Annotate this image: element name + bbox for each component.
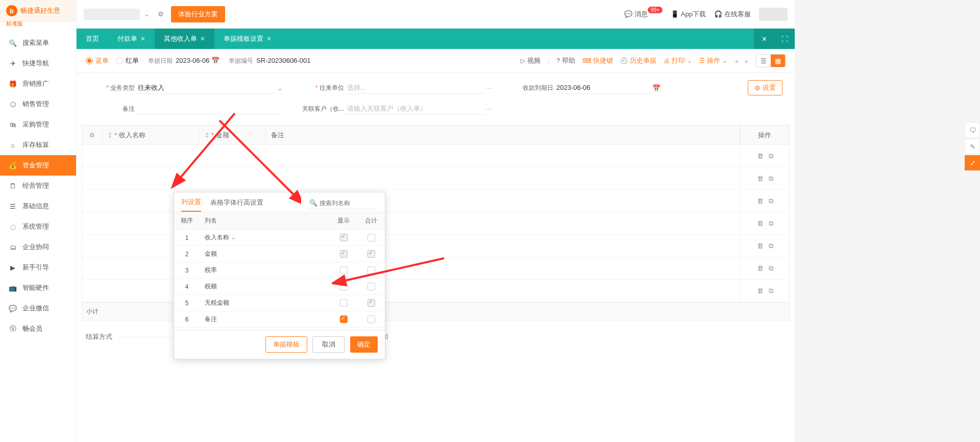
show-checkbox[interactable] [340, 299, 348, 307]
more-icon[interactable]: ⋯ [485, 105, 492, 113]
prev-doc-icon[interactable]: ◂ [734, 57, 738, 65]
nav-icon: 🎁 [8, 80, 17, 88]
view-card-icon[interactable]: ▦ [771, 55, 785, 67]
table-row[interactable]: 🗑⧉ [82, 145, 789, 167]
operate-button[interactable]: ☰ 操作 ⌄ [699, 56, 727, 65]
sum-checkbox[interactable] [368, 299, 375, 307]
sidebar-item[interactable]: 💬企业微信 [0, 298, 76, 318]
nav-icon: ▶ [8, 264, 17, 272]
tab[interactable]: 其他收入单✕ [155, 29, 214, 49]
tab[interactable]: 单据模板设置✕ [214, 29, 281, 49]
copy-icon[interactable]: ⧉ [769, 175, 773, 183]
sidebar-item[interactable]: ⌂库存核算 [0, 135, 76, 155]
copy-icon[interactable]: ⧉ [769, 219, 773, 228]
sidebar-item[interactable]: ▶新手引导 [0, 257, 76, 278]
popup-tab-font[interactable]: 表格字体行高设置 [210, 198, 263, 211]
history-button[interactable]: 🕘 历史单据 [620, 56, 656, 65]
tab-close-all[interactable]: ✕ [754, 29, 774, 49]
sidebar-item[interactable]: 🎁营销推广 [0, 73, 76, 94]
tab[interactable]: 首页 [77, 29, 108, 49]
calendar-icon[interactable]: 📅 [652, 84, 660, 92]
close-icon[interactable]: ✕ [140, 35, 145, 42]
due-input[interactable] [553, 82, 652, 94]
ok-button[interactable]: 确定 [350, 336, 378, 353]
user-avatar[interactable] [759, 8, 788, 21]
delete-icon[interactable]: 🗑 [757, 264, 764, 272]
message-button[interactable]: 💬 消息 99+ [624, 10, 663, 19]
sidebar-item[interactable]: ◌系统管理 [0, 216, 76, 237]
cancel-button[interactable]: 取消 [312, 336, 345, 353]
grid-gear-button[interactable]: ⚙ [82, 126, 103, 144]
col-income-name[interactable]: ▲▼收入名称 [103, 126, 200, 144]
sidebar-item[interactable]: ⬡销售管理 [0, 94, 76, 114]
sidebar-item[interactable]: Ⓥ畅会员 [0, 318, 76, 339]
sum-checkbox[interactable] [368, 266, 375, 274]
table-row[interactable]: 🗑⧉ [82, 167, 789, 190]
sum-checkbox[interactable] [368, 234, 375, 241]
sidebar-item-label: 企业协同 [22, 242, 49, 252]
tab[interactable]: 付款单✕ [108, 29, 155, 49]
settings-button[interactable]: ⚙ 设置 [748, 80, 782, 95]
copy-icon[interactable]: ⧉ [769, 197, 773, 205]
show-checkbox[interactable] [340, 315, 348, 323]
sidebar-item[interactable]: ☰基础信息 [0, 196, 76, 216]
delete-icon[interactable]: 🗑 [757, 219, 764, 227]
customer-service-button[interactable]: 🎧 在线客服 [714, 10, 751, 19]
calendar-icon[interactable]: 📅 [211, 57, 219, 64]
side-tool-notes-icon[interactable]: 🗨 [965, 122, 980, 138]
col-note[interactable]: 备注 [266, 126, 740, 144]
close-icon[interactable]: ✕ [266, 35, 272, 42]
delete-icon[interactable]: 🗑 [757, 175, 764, 182]
biz-type-input[interactable] [135, 82, 274, 94]
show-checkbox[interactable] [340, 266, 348, 274]
side-tool-expand-icon[interactable]: ⤢ [965, 155, 980, 170]
show-checkbox[interactable] [340, 234, 348, 241]
show-checkbox[interactable] [340, 250, 348, 258]
help-button[interactable]: ? 帮助 [556, 56, 575, 65]
copy-icon[interactable]: ⧉ [769, 242, 773, 250]
sidebar-item[interactable]: ✈快捷导航 [0, 53, 76, 73]
more-icon[interactable]: ⋯ [485, 84, 492, 92]
sum-checkbox[interactable] [368, 283, 375, 290]
next-doc-icon[interactable]: ▸ [745, 57, 749, 65]
col-amount[interactable]: ▲▼金额 [200, 126, 266, 144]
tab-expand[interactable]: ⛶ [774, 29, 795, 49]
view-list-icon[interactable]: ☰ [756, 55, 771, 67]
shortcut-button[interactable]: ⌨ 快捷键 [582, 56, 613, 65]
sum-checkbox[interactable] [368, 250, 375, 258]
sum-checkbox[interactable] [368, 315, 375, 323]
popup-search[interactable]: 🔍 [307, 198, 378, 209]
delete-icon[interactable]: 🗑 [757, 287, 764, 294]
sidebar-item[interactable]: 🛍采购管理 [0, 114, 76, 135]
radio-red[interactable]: 红单 [116, 56, 139, 65]
doc-date[interactable]: 2023-06-06 [176, 57, 210, 64]
gear-icon[interactable]: ⚙ [158, 10, 164, 18]
org-selector[interactable]: ⌄ [84, 9, 150, 20]
sidebar-item[interactable]: 🗒经营管理 [0, 176, 76, 196]
unit-input[interactable] [344, 82, 485, 94]
sidebar-item[interactable]: 🗂企业协同 [0, 237, 76, 257]
sidebar-item[interactable]: 💰资金管理 [0, 155, 76, 176]
popup-tab-columns[interactable]: 列设置 [181, 198, 201, 212]
popup-search-input[interactable] [320, 200, 376, 207]
note-input[interactable] [135, 103, 283, 115]
delete-icon[interactable]: 🗑 [757, 152, 764, 160]
delete-icon[interactable]: 🗑 [757, 242, 764, 250]
sidebar-item[interactable]: 🔍搜索菜单 [0, 33, 76, 53]
radio-blue[interactable]: 蓝单 [86, 56, 109, 65]
copy-icon[interactable]: ⧉ [769, 287, 773, 295]
trial-button[interactable]: 体验行业方案 [171, 6, 225, 22]
print-button[interactable]: 🖨 打印 ⌄ [664, 56, 692, 65]
template-button[interactable]: 单据模板 [265, 336, 307, 353]
show-checkbox[interactable] [340, 283, 348, 290]
side-tool-edit-icon[interactable]: ✎ [965, 139, 980, 154]
app-download-button[interactable]: 📱 App下载 [671, 10, 706, 19]
copy-icon[interactable]: ⧉ [769, 152, 773, 160]
chevron-down-icon[interactable]: ⌄ [277, 84, 283, 92]
sidebar-item[interactable]: 📺智能硬件 [0, 278, 76, 298]
copy-icon[interactable]: ⧉ [769, 264, 773, 273]
rel-customer-input[interactable] [344, 103, 485, 115]
close-icon[interactable]: ✕ [200, 35, 205, 42]
video-button[interactable]: ▷ 视频 [521, 56, 541, 65]
delete-icon[interactable]: 🗑 [757, 197, 764, 205]
